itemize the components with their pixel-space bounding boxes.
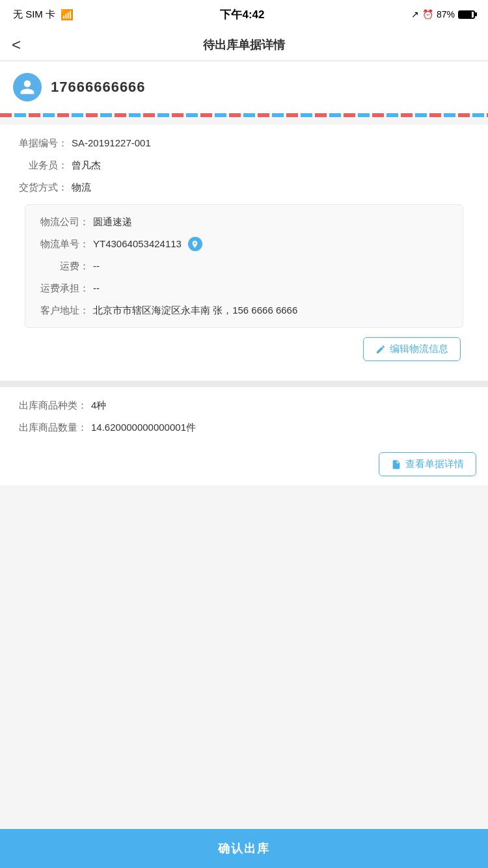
logistics-tracking-label: 物流单号：: [37, 236, 89, 252]
battery-percent: 87%: [437, 9, 455, 20]
status-left: 无 SIM 卡 📶: [13, 8, 74, 21]
goods-quantity-value: 14.620000000000001件: [91, 420, 472, 435]
goods-quantity-row: 出库商品数量： 14.620000000000001件: [16, 420, 472, 435]
address-value: 北京市市辖区海淀区永丰南 张，156 6666 6666: [93, 303, 451, 318]
status-time: 下午4:42: [220, 7, 264, 22]
logistics-company-value: 圆通速递: [93, 214, 451, 230]
view-detail-button[interactable]: 查看单据详情: [379, 452, 476, 476]
order-number-label: 单据编号：: [16, 135, 68, 151]
edit-logistics-button[interactable]: 编辑物流信息: [363, 337, 461, 361]
order-number-value: SA-20191227-001: [72, 135, 472, 151]
freight-bearer-value: --: [93, 280, 451, 296]
view-detail-row: 查看单据详情: [0, 446, 488, 485]
avatar: [13, 73, 42, 102]
edit-icon: [375, 344, 386, 355]
staff-value: 曾凡杰: [72, 157, 472, 173]
page-title: 待出库单据详情: [203, 37, 285, 53]
logistics-card: 物流公司： 圆通速递 物流单号： YT43064053424113 运费： --…: [25, 204, 463, 328]
content-spacer: [0, 485, 488, 563]
carrier-label: 无 SIM 卡: [13, 8, 55, 21]
freight-bearer-row: 运费承担： --: [37, 280, 451, 296]
logistics-tracking-value: YT43064053424113: [93, 236, 451, 252]
nav-bar: < 待出库单据详情: [0, 29, 488, 61]
confirm-outbound-label: 确认出库: [218, 841, 270, 856]
user-icon: [19, 79, 36, 96]
customer-header: 17666666666: [0, 61, 488, 113]
delivery-value: 物流: [72, 180, 472, 195]
dashed-divider: [0, 113, 488, 117]
address-row: 客户地址： 北京市市辖区海淀区永丰南 张，156 6666 6666: [37, 303, 451, 318]
customer-phone: 17666666666: [51, 79, 146, 96]
status-bar: 无 SIM 卡 📶 下午4:42 ↗ ⏰ 87%: [0, 0, 488, 29]
address-label: 客户地址：: [37, 303, 89, 318]
goods-quantity-label: 出库商品数量：: [16, 420, 87, 435]
map-pin-icon: [191, 240, 199, 249]
delivery-label: 交货方式：: [16, 180, 68, 195]
battery-icon: [458, 10, 475, 19]
staff-label: 业务员：: [16, 157, 68, 173]
confirm-outbound-bar[interactable]: 确认出库: [0, 829, 488, 868]
document-icon: [391, 459, 401, 470]
goods-types-row: 出库商品种类： 4种: [16, 398, 472, 413]
basic-info-section: 单据编号： SA-20191227-001 业务员： 曾凡杰 交货方式： 物流 …: [0, 125, 488, 381]
wifi-icon: 📶: [61, 8, 74, 21]
alarm-icon: ⏰: [422, 9, 433, 20]
freight-label: 运费：: [37, 258, 89, 274]
freight-row: 运费： --: [37, 258, 451, 274]
edit-logistics-row: 编辑物流信息: [16, 328, 472, 370]
location-status-icon: ↗: [411, 9, 419, 20]
delivery-row: 交货方式： 物流: [16, 180, 472, 195]
freight-value: --: [93, 258, 451, 274]
logistics-company-row: 物流公司： 圆通速递: [37, 214, 451, 230]
freight-bearer-label: 运费承担：: [37, 280, 89, 296]
logistics-company-label: 物流公司：: [37, 214, 89, 230]
goods-section: 出库商品种类： 4种 出库商品数量： 14.620000000000001件: [0, 387, 488, 446]
logistics-tracking-row: 物流单号： YT43064053424113: [37, 236, 451, 252]
goods-types-label: 出库商品种类：: [16, 398, 87, 413]
status-right: ↗ ⏰ 87%: [411, 9, 475, 20]
order-number-row: 单据编号： SA-20191227-001: [16, 135, 472, 151]
goods-types-value: 4种: [91, 398, 472, 413]
staff-row: 业务员： 曾凡杰: [16, 157, 472, 173]
back-button[interactable]: <: [12, 36, 21, 54]
section-separator: [0, 381, 488, 387]
tracking-location-icon[interactable]: [188, 237, 202, 251]
